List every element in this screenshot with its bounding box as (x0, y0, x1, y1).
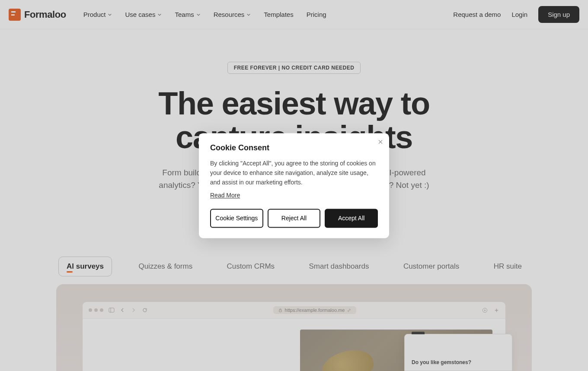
cookie-body: By clicking "Accept All", you agree to t… (210, 159, 378, 187)
nav-templates[interactable]: Templates (264, 11, 293, 18)
signup-button[interactable]: Sign up (538, 6, 579, 23)
plus-icon (494, 308, 499, 313)
request-demo-link[interactable]: Request a demo (453, 11, 501, 18)
chevron-down-icon (108, 13, 112, 17)
feature-tabs: AI surveys Quizzes & forms Custom CRMs S… (56, 257, 532, 276)
nav-product[interactable]: Product (83, 11, 112, 18)
read-more-link[interactable]: Read More (210, 192, 240, 199)
lock-icon (278, 308, 282, 312)
tab-smart-dashboards[interactable]: Smart dashboards (301, 257, 377, 276)
nav-resources[interactable]: Resources (214, 11, 251, 18)
cookie-consent-modal: Cookie Consent By clicking "Accept All",… (199, 133, 389, 238)
popup-question: Do you like gemstones? (412, 359, 505, 365)
hero-title-line1: The easiest way to (158, 86, 429, 121)
tab-custom-crms[interactable]: Custom CRMs (219, 257, 283, 276)
traffic-lights-icon (89, 308, 103, 312)
sidebar-toggle-icon (109, 307, 115, 313)
free-badge: FREE FOREVER | NO CREDIT CARD NEEDED (227, 62, 361, 74)
chevron-down-icon (157, 13, 162, 17)
nav-label: Templates (264, 11, 293, 18)
main-nav: Product Use cases Teams Resources Templa… (83, 11, 326, 18)
nav-label: Product (83, 11, 106, 18)
nav-pricing[interactable]: Pricing (307, 11, 326, 18)
nav-label: Teams (175, 11, 194, 18)
download-icon (482, 308, 488, 313)
forward-icon (131, 308, 136, 313)
preview-panel: https://example.formaloo.me Do you like … (56, 284, 532, 371)
tab-ai-surveys[interactable]: AI surveys (58, 257, 112, 276)
jewelry-icon (319, 345, 377, 371)
chevron-down-icon (246, 13, 251, 17)
survey-popup: Do you like gemstones? (404, 334, 512, 371)
url-bar: https://example.formaloo.me (273, 306, 357, 314)
cookie-actions: Cookie Settings Reject All Accept All (210, 209, 378, 228)
header-right: Request a demo Login Sign up (453, 6, 579, 23)
cookie-title: Cookie Consent (210, 143, 378, 152)
cookie-settings-button[interactable]: Cookie Settings (210, 209, 263, 228)
url-text: https://example.formaloo.me (285, 308, 345, 313)
reload-icon (142, 308, 147, 313)
tab-hr-suite[interactable]: HR suite (486, 257, 530, 276)
nav-label: Resources (214, 11, 245, 18)
chevron-down-icon (196, 13, 201, 17)
tab-quizzes-forms[interactable]: Quizzes & forms (131, 257, 200, 276)
login-link[interactable]: Login (511, 11, 527, 18)
nav-teams[interactable]: Teams (175, 11, 200, 18)
svg-rect-2 (279, 310, 281, 312)
site-header: Formaloo Product Use cases Teams Resourc… (0, 0, 588, 29)
logo[interactable]: Formaloo (9, 9, 66, 21)
accept-all-button[interactable]: Accept All (325, 209, 378, 228)
logo-text: Formaloo (24, 9, 66, 20)
popup-tab-indicator (412, 332, 425, 334)
close-icon (378, 139, 383, 144)
svg-rect-0 (109, 308, 114, 312)
tab-customer-portals[interactable]: Customer portals (396, 257, 467, 276)
close-button[interactable] (378, 138, 383, 146)
logo-mark-icon (9, 9, 21, 21)
back-icon (120, 308, 125, 313)
nav-use-cases[interactable]: Use cases (125, 11, 162, 18)
browser-chrome: https://example.formaloo.me (82, 301, 506, 318)
link-icon (347, 308, 351, 312)
reject-all-button[interactable]: Reject All (268, 209, 321, 228)
nav-label: Use cases (125, 11, 155, 18)
nav-label: Pricing (307, 11, 326, 18)
